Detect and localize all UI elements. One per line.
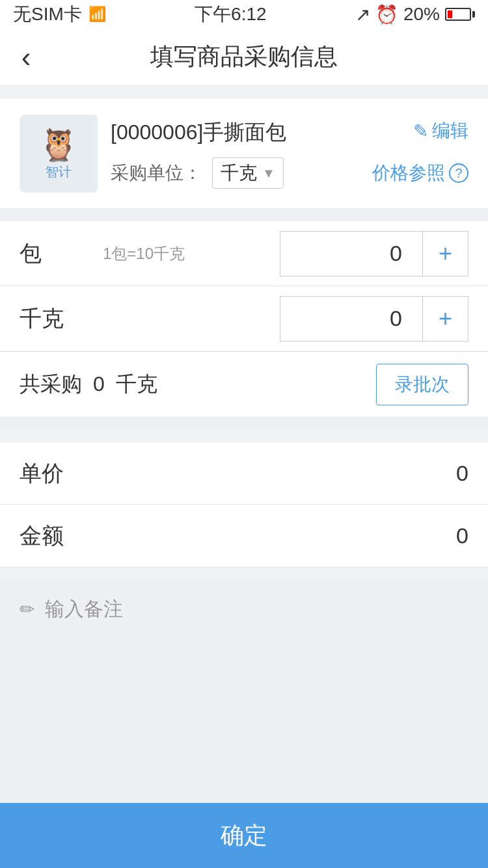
kg-input-row: 千克 + <box>0 286 488 351</box>
bag-sublabel: 1包=10千克 <box>103 243 185 264</box>
summary-text: 共采购 0 千克 <box>20 370 157 399</box>
price-ref-button[interactable]: 价格参照 ? <box>372 161 468 185</box>
unit-select[interactable]: 千克 ▼ <box>212 157 284 189</box>
total-amount-row: 金额 0 <box>0 505 488 567</box>
summary-unit: 千克 <box>116 372 157 396</box>
kg-input-controls: + <box>280 296 468 342</box>
nav-bar: ‹ 填写商品采购信息 <box>0 29 488 86</box>
summary-label: 共采购 <box>20 372 82 396</box>
price-ref-label: 价格参照 <box>372 161 445 185</box>
back-icon: ‹ <box>21 41 31 74</box>
wifi-icon: 📶 <box>88 6 106 23</box>
section-divider-1 <box>0 208 488 221</box>
edit-icon: ✎ <box>413 120 428 142</box>
alarm-icon: ⏰ <box>375 4 398 25</box>
unit-value: 千克 <box>221 161 257 185</box>
status-time: 下午6:12 <box>195 2 267 27</box>
chevron-down-icon: ▼ <box>262 166 275 181</box>
unit-label: 采购单位： <box>111 161 202 185</box>
kg-plus-icon: + <box>439 305 452 332</box>
product-meta: 采购单位： 千克 ▼ 价格参照 ? <box>111 157 468 189</box>
product-id: [0000006] <box>111 120 203 144</box>
summary-value: 0 <box>93 372 105 396</box>
product-name: [0000006]手撕面包 <box>111 118 286 147</box>
product-info: [0000006]手撕面包 ✎ 编辑 采购单位： 千克 ▼ 价格参照 ? <box>111 118 468 189</box>
page-title: 填写商品采购信息 <box>150 41 338 73</box>
bag-plus-icon: + <box>439 240 452 267</box>
edit-button[interactable]: ✎ 编辑 <box>413 118 468 143</box>
status-bar: 无SIM卡 📶 下午6:12 ↗ ⏰ 20% <box>0 0 488 29</box>
carrier-text: 无SIM卡 <box>13 2 82 27</box>
total-amount-value: 0 <box>456 523 468 549</box>
pencil-icon: ✏ <box>20 599 34 620</box>
bag-input-row: 包 1包=10千克 + <box>0 221 488 286</box>
status-left: 无SIM卡 📶 <box>13 2 106 27</box>
bag-input-controls: + <box>280 231 468 277</box>
record-batch-button[interactable]: 录批次 <box>376 364 468 405</box>
price-section: 单价 0 金额 0 <box>0 442 488 567</box>
unit-price-label: 单价 <box>20 459 64 489</box>
confirm-label: 确定 <box>221 820 267 852</box>
product-image: 🦉 智计 <box>20 115 98 193</box>
status-right: ↗ ⏰ 20% <box>355 4 475 25</box>
input-section: 包 1包=10千克 + 千克 + <box>0 221 488 351</box>
kg-label: 千克 <box>20 304 98 334</box>
edit-label: 编辑 <box>432 118 468 143</box>
total-amount-label: 金额 <box>20 521 64 551</box>
bag-label: 包 <box>20 239 98 269</box>
section-divider-2 <box>0 416 488 429</box>
product-logo-text: 智计 <box>46 163 72 181</box>
unit-price-value: 0 <box>456 461 468 486</box>
summary-row: 共采购 0 千克 录批次 <box>0 351 488 416</box>
battery-indicator <box>445 8 475 21</box>
location-icon: ↗ <box>355 4 370 25</box>
back-button[interactable]: ‹ <box>0 29 52 85</box>
bag-plus-button[interactable]: + <box>423 231 468 277</box>
kg-plus-button[interactable]: + <box>423 296 468 342</box>
product-logo-icon: 🦉 <box>39 127 78 163</box>
kg-quantity-input[interactable] <box>280 296 423 342</box>
product-title: 手撕面包 <box>203 120 286 144</box>
remark-section[interactable]: ✏ 输入备注 <box>0 580 488 638</box>
confirm-button[interactable]: 确定 <box>0 803 488 868</box>
unit-price-row: 单价 0 <box>0 442 488 505</box>
remark-placeholder: 输入备注 <box>45 596 123 623</box>
help-icon: ? <box>449 163 468 183</box>
product-card: 🦉 智计 [0000006]手撕面包 ✎ 编辑 采购单位： 千克 ▼ <box>0 99 488 208</box>
battery-text: 20% <box>403 4 440 25</box>
bag-quantity-input[interactable] <box>280 231 423 277</box>
